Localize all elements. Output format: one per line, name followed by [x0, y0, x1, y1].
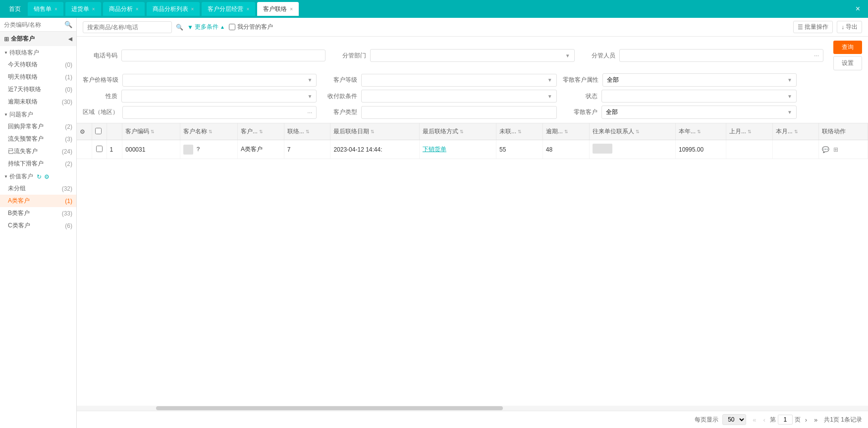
sidebar-item-c-class[interactable]: C类客户 (6) [0, 219, 76, 232]
table-row: 1 000031 ？ A类客户 7 2023-04-12 14:44: [77, 140, 868, 159]
sort-icon[interactable]: ⇅ [697, 129, 701, 134]
nav-tab-analysis-list[interactable]: 商品分析列表 × [147, 2, 200, 16]
customer-name-text[interactable]: ？ [195, 145, 201, 154]
col-overdue: 逾期... ⇅ [542, 123, 589, 140]
row-checkbox[interactable] [96, 146, 103, 152]
my-customers-filter[interactable]: 我分管的客户 [229, 23, 273, 31]
sidebar-item-overdue[interactable]: 逾期未联络 (30) [0, 96, 76, 108]
filter-bar: 🔍 ▼ 更多条件 ▲ 我分管的客户 ☰ 批量操作 ↓ 导出 [77, 18, 868, 37]
close-icon[interactable]: × [136, 6, 139, 12]
batch-operation-button[interactable]: ☰ 批量操作 [793, 21, 833, 33]
sidebar-item-lost[interactable]: 已流失客户 (24) [0, 145, 76, 158]
nature-select[interactable]: ▼ [121, 90, 317, 103]
sort-icon[interactable]: ⇅ [794, 129, 798, 134]
sort-icon[interactable]: ⇅ [371, 129, 375, 134]
scrollbar-thumb[interactable] [156, 406, 503, 410]
chat-icon[interactable]: 💬 [822, 146, 829, 153]
sidebar-item-declining[interactable]: 持续下滑客户 (2) [0, 158, 76, 170]
sort-icon[interactable]: ⇅ [151, 129, 155, 134]
sort-icon[interactable]: ⇅ [306, 129, 310, 134]
refresh-icon[interactable]: ↻ [37, 173, 42, 180]
per-page-select[interactable]: 50 [722, 414, 746, 425]
sort-icon[interactable]: ⇅ [748, 129, 752, 134]
sidebar-item-a-class[interactable]: A类客户 (1) [0, 195, 76, 207]
filter-search-input[interactable] [83, 21, 172, 33]
top-navigation: 首页 销售单 × 进货单 × 商品分析 × 商品分析列表 × 客户分层经营 × … [0, 0, 868, 18]
more-dots-icon[interactable]: ··· [814, 52, 819, 59]
sidebar-search-icon[interactable]: 🔍 [64, 21, 72, 28]
sort-icon[interactable]: ⇅ [518, 129, 522, 134]
sidebar-item-tomorrow[interactable]: 明天待联络 (1) [0, 71, 76, 83]
sidebar-item-7days[interactable]: 近7天待联络 (0) [0, 83, 76, 96]
retail-attr-select[interactable]: 全部 ▼ [602, 73, 797, 87]
close-icon[interactable]: × [92, 6, 95, 12]
close-icon[interactable]: × [191, 6, 194, 12]
horizontal-scrollbar[interactable] [77, 406, 868, 411]
sort-icon[interactable]: ⇅ [460, 129, 464, 134]
sort-icon[interactable]: ⇅ [564, 129, 568, 134]
region-select[interactable]: ··· [122, 106, 317, 119]
sort-icon[interactable]: ⇅ [259, 129, 263, 134]
all-customers-label: 全部客户 [11, 35, 35, 43]
prev-page-button[interactable]: ‹ [760, 415, 767, 425]
chevron-down-icon: ▼ [787, 94, 792, 99]
filter-panel: 电话号码 分管部门 ▼ 分管人员 ··· [77, 37, 868, 123]
sidebar-search-input[interactable] [4, 21, 62, 28]
phone-input[interactable] [121, 50, 326, 61]
nav-home[interactable]: 首页 [4, 2, 26, 16]
last-page-button[interactable]: » [812, 415, 820, 425]
my-customers-checkbox[interactable] [229, 24, 235, 30]
price-grade-select[interactable]: ▼ [122, 74, 317, 87]
nav-tab-salesorder[interactable]: 销售单 × [28, 2, 63, 16]
nav-tab-customer-segment[interactable]: 客户分层经营 × [202, 2, 255, 16]
more-dots-icon[interactable]: ··· [307, 109, 312, 116]
nav-tab-customer-contact[interactable]: 客户联络 × [257, 2, 299, 16]
customer-type-select[interactable] [361, 106, 556, 119]
gear-icon[interactable]: ⚙ [80, 128, 85, 135]
filter-row-4: 区域（地区） ··· 客户类型 零散客户 全部 ▼ [83, 106, 862, 119]
first-page-button[interactable]: « [750, 415, 759, 425]
sort-icon[interactable]: ⇅ [636, 129, 640, 134]
status-select[interactable]: ▼ [601, 90, 797, 103]
sidebar-item-today[interactable]: 今天待联络 (0) [0, 58, 76, 71]
settings-icon[interactable]: ⚙ [44, 173, 50, 180]
item-count: (2) [65, 123, 72, 130]
query-button[interactable]: 查询 [833, 41, 862, 54]
select-all-checkbox[interactable] [95, 128, 102, 134]
col-action: 联络动作 [819, 123, 868, 140]
pending-contact-label: 待联络客户 [9, 49, 39, 57]
filter-row-3: 性质 ▼ 收付款条件 ▼ 状态 [83, 90, 862, 103]
next-page-button[interactable]: › [803, 415, 810, 425]
close-icon[interactable]: × [290, 6, 293, 12]
qr-icon[interactable]: ⊞ [833, 146, 838, 153]
window-close-button[interactable]: × [852, 4, 864, 13]
item-label: 流失预警客户 [8, 135, 44, 143]
sidebar-item-ungroup[interactable]: 未分组 (32) [0, 182, 76, 195]
chevron-down-icon: ▼ [307, 77, 312, 83]
filter-more-button[interactable]: ▼ 更多条件 ▲ [187, 23, 225, 31]
sort-icon[interactable]: ⇅ [209, 129, 213, 134]
close-icon[interactable]: × [246, 6, 249, 12]
item-label: 逾期未联络 [8, 98, 38, 106]
nav-tab-purchase[interactable]: 进货单 × [65, 2, 101, 16]
collapse-icon[interactable]: ◀ [68, 36, 72, 42]
sidebar-item-repurchase-abnormal[interactable]: 回购异常客户 (2) [0, 120, 76, 133]
close-icon[interactable]: × [54, 6, 57, 12]
customer-grade-select[interactable]: ▼ [361, 74, 556, 87]
settings-button[interactable]: 设置 [833, 56, 862, 70]
dept-select[interactable]: ▼ [370, 49, 574, 62]
sidebar-item-b-class[interactable]: B类客户 (33) [0, 207, 76, 219]
nav-tab-analysis[interactable]: 商品分析 × [103, 2, 145, 16]
sidebar-item-loss-warning[interactable]: 流失预警客户 (3) [0, 133, 76, 145]
row-type: A类客户 [237, 140, 284, 159]
sidebar-all-customers[interactable]: ⊞ 全部客户 ◀ [0, 32, 76, 46]
payment-select[interactable]: ▼ [361, 90, 556, 103]
export-button[interactable]: ↓ 导出 [837, 21, 862, 33]
chevron-down-icon: ▼ [307, 94, 312, 99]
retail-customer-select[interactable]: 全部 ▼ [601, 106, 797, 119]
sidebar-search-box[interactable]: 🔍 [0, 18, 76, 32]
page-input[interactable] [778, 415, 793, 425]
last-method-link[interactable]: 下销货单 [423, 146, 446, 153]
filter-search-icon[interactable]: 🔍 [176, 24, 183, 31]
person-select[interactable]: ··· [619, 49, 823, 62]
